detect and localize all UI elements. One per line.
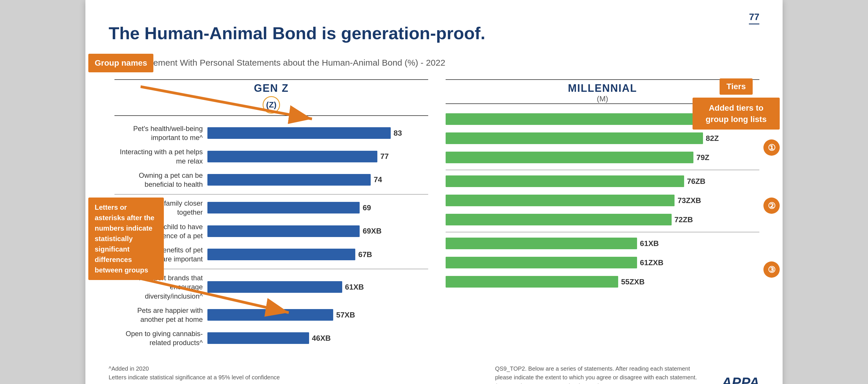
tier-1-badge: ①	[764, 139, 780, 156]
m-bar-container-9: 55ZXB	[445, 276, 760, 288]
m-bar-container-4: 76ZB	[445, 175, 760, 187]
tiers-badge: Tiers	[719, 78, 753, 95]
bar-value-1: 83	[394, 129, 417, 138]
m-bar-green-7	[445, 237, 637, 249]
m-bar-value-2: 82Z	[706, 134, 729, 143]
bar-blue-1	[208, 127, 391, 139]
bar-label-1: Pet's health/well-being important to me^	[115, 124, 208, 142]
bar-container-2: 77	[208, 151, 428, 162]
group-names-box: Group names	[88, 54, 153, 72]
bar-container-7: 61XB	[208, 281, 428, 293]
page-number: 77	[749, 11, 760, 24]
bar-row-3: Owning a pet can be beneficial to health…	[115, 171, 428, 189]
footnote-right: QS9_TOP2. Below are a series of statemen…	[495, 364, 699, 384]
m-bar-green-3	[445, 152, 693, 163]
m-bar-green-8	[445, 257, 637, 268]
bar-row-1: Pet's health/well-being important to me^…	[115, 124, 428, 142]
appa-logo: APPA	[721, 375, 760, 384]
bar-label-8: Pets are happier with another pet at hom…	[115, 306, 208, 324]
footnote-left-1: ^Added in 2020	[108, 364, 280, 373]
millennial-name: MILLENNIAL	[568, 82, 637, 94]
bar-value-4: 69	[363, 203, 386, 212]
m-bar-green-9	[445, 276, 618, 288]
genz-header-line	[115, 79, 428, 80]
bar-label-2: Interacting with a pet helps me relax	[115, 147, 208, 165]
tier-3-badge: ③	[764, 261, 780, 278]
bar-container-5: 69XB	[208, 225, 428, 237]
chart-subtitle: Total Agreement With Personal Statements…	[115, 58, 760, 68]
m-bar-value-8: 61ZXB	[640, 258, 663, 267]
m-bar-row-2: 82Z	[445, 131, 760, 145]
tiers-annotation: Tiers Added tiers to group long lists	[692, 78, 780, 130]
letters-box: Letters or asterisks after the numbers i…	[88, 197, 164, 280]
m-tier-divider-2	[445, 232, 760, 232]
bar-container-8: 57XB	[208, 309, 428, 321]
added-tiers-text: Added tiers to group long lists	[692, 98, 780, 130]
m-bar-value-6: 72ZB	[675, 215, 698, 224]
bar-value-9: 46XB	[312, 334, 335, 343]
m-bar-green-4	[445, 175, 684, 187]
m-bar-row-8: 61ZXB	[445, 256, 760, 269]
m-bar-container-5: 73ZXB	[445, 195, 760, 206]
bar-container-3: 74	[208, 174, 428, 186]
bar-blue-6	[208, 249, 355, 260]
bar-row-2: Interacting with a pet helps me relax 77	[115, 147, 428, 165]
bar-blue-3	[208, 174, 371, 186]
bar-value-7: 61XB	[345, 283, 368, 292]
m-bar-row-6: 72ZB	[445, 213, 760, 227]
m-bar-container-2: 82Z	[445, 132, 760, 144]
tier-divider-1	[115, 194, 428, 195]
bar-container-9: 46XB	[208, 332, 428, 344]
millennial-sub: (M)	[597, 94, 608, 103]
bar-container-1: 83	[208, 127, 428, 139]
bar-blue-7	[208, 281, 342, 293]
m-tier-divider-1	[445, 170, 760, 170]
bar-value-2: 77	[380, 152, 403, 161]
m-bar-green-1	[445, 113, 721, 125]
genz-header-line-bottom	[115, 115, 428, 116]
m-bar-value-9: 55ZXB	[621, 278, 645, 286]
bar-value-5: 69XB	[363, 227, 386, 235]
bar-container-6: 67B	[208, 249, 428, 260]
genz-badge: (Z)	[262, 96, 280, 114]
m-bar-value-3: 79Z	[696, 153, 719, 162]
m-bar-green-2	[445, 132, 703, 144]
chart-area: GEN Z (Z) Pet's health/well-being import…	[115, 79, 760, 353]
bar-blue-8	[208, 309, 333, 321]
m-bar-row-9: 55ZXB	[445, 275, 760, 289]
tier-2-badge: ②	[764, 197, 780, 214]
m-bar-container-7: 61XB	[445, 237, 760, 249]
m-bar-container-3: 79Z	[445, 152, 760, 163]
m-bar-green-6	[445, 214, 672, 225]
bar-value-3: 74	[374, 175, 397, 184]
slide-title: The Human-Animal Bond is generation-proo…	[108, 23, 760, 43]
bar-container-4: 69	[208, 202, 428, 214]
bar-blue-4	[208, 202, 360, 214]
bar-row-9: Open to giving cannabis-related products…	[115, 329, 428, 347]
m-bar-container-8: 61ZXB	[445, 257, 760, 268]
slide: 77 The Human-Animal Bond is generation-p…	[85, 0, 783, 384]
m-bar-value-4: 76ZB	[687, 177, 710, 186]
bar-blue-9	[208, 332, 309, 344]
m-bar-value-7: 61XB	[640, 239, 663, 248]
bar-value-6: 67B	[358, 250, 381, 259]
bar-blue-5	[208, 225, 360, 237]
m-bar-green-5	[445, 195, 675, 206]
m-bar-row-4: 76ZB	[445, 174, 760, 188]
footnote-left: ^Added in 2020 Letters indicate statisti…	[108, 364, 280, 384]
letters-annotation: Letters or asterisks after the numbers i…	[88, 197, 164, 280]
footnote-left-3: Base Gen Z: 2294, Gen M: 4269, Gen X: 34…	[108, 382, 280, 384]
m-bar-row-3: 79Z	[445, 151, 760, 164]
bar-label-3: Owning a pet can be beneficial to health	[115, 171, 208, 189]
m-bar-value-5: 73ZXB	[677, 196, 701, 205]
bar-blue-2	[208, 151, 377, 162]
bar-row-8: Pets are happier with another pet at hom…	[115, 306, 428, 324]
footnote-left-2: Letters indicate statistical significanc…	[108, 373, 280, 382]
bar-label-9: Open to giving cannabis-related products…	[115, 329, 208, 347]
m-bar-container-6: 72ZB	[445, 214, 760, 225]
group-names-annotation: Group names	[88, 54, 153, 72]
bar-value-8: 57XB	[336, 311, 359, 320]
m-bar-row-5: 73ZXB	[445, 193, 760, 207]
footnote-area: ^Added in 2020 Letters indicate statisti…	[108, 364, 760, 384]
m-bar-row-7: 61XB	[445, 236, 760, 250]
